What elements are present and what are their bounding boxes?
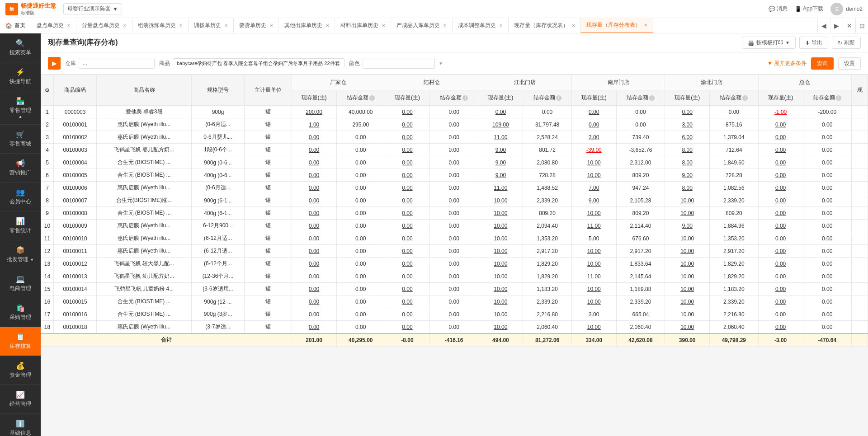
tab-nav-prev[interactable]: ◀ (817, 18, 830, 33)
sidebar-item-search[interactable]: 🔍 搜索英单 (0, 33, 41, 62)
summary-current (852, 333, 868, 347)
goods-input[interactable] (173, 58, 344, 68)
th-settings[interactable]: ⚙ (41, 75, 54, 106)
summary-yubei-amt: 49,798.29 (710, 333, 759, 347)
chevron-icon: ▼ (30, 258, 34, 262)
th-unit: 主计量单位 (245, 75, 292, 106)
sidebar-item-purchase[interactable]: 🛍️ 采购管理 (0, 298, 41, 327)
data-table: ⚙ 商品编码 商品名称 规格型号 主计量单位 厂家仓 陆村仓 江北门店 南岸门店… (41, 75, 868, 347)
tab-order[interactable]: 要货单历史 ✕ (234, 18, 279, 33)
th-changjiacao: 厂家仓 (292, 75, 385, 90)
sidebar-item-finance[interactable]: 💰 资金管理 (0, 356, 41, 385)
tab-material-out[interactable]: 材料出库单历史 ✕ (335, 18, 391, 33)
sidebar-item-quick-nav[interactable]: ⚡ 快捷导航 (0, 62, 41, 91)
filter-warehouse: 仓库 (65, 58, 155, 69)
filter-bar: ▶ 仓库 商品 颜色 ▼ ▼ 展开更多条件 查询 (41, 52, 868, 75)
expand-icon: ▲ (19, 114, 23, 119)
tab-close-stock-dist[interactable]: ✕ (644, 23, 647, 28)
expand-icon: ▼ (767, 60, 773, 66)
sidebar-item-retail-mgmt[interactable]: 🏪 零售管理 ▲ (0, 91, 41, 125)
content-area: 现存量查询(库存分布) 🖨️ 按模板打印 ▼ ⬇ 导出 ↻ 刷新 ▶ (41, 33, 868, 436)
sidebar-item-marketing[interactable]: 📢 营销推广 (0, 154, 41, 183)
tab-nav-close[interactable]: ✕ (843, 18, 855, 33)
th-jiangbei: 江北门店 (478, 75, 571, 90)
tab-nav-next[interactable]: ▶ (830, 18, 843, 33)
sidebar-item-base[interactable]: ℹ️ 基础信息 (0, 414, 41, 436)
main-layout: 🔍 搜索英单 ⚡ 快捷导航 🏪 零售管理 ▲ 🛒 零售商城 📢 营销推广 👥 会… (0, 33, 868, 436)
purchase-icon: 🛍️ (3, 304, 38, 312)
page-header: 现存量查询(库存分布) 🖨️ 按模板打印 ▼ ⬇ 导出 ↻ 刷新 (41, 33, 868, 52)
info-icon-6[interactable]: i (836, 95, 841, 101)
user-area[interactable]: E demo2 (830, 3, 863, 15)
tab-bundle[interactable]: 组装拆卸单历史 ✕ (132, 18, 189, 33)
summary-total-amt: -470.64 (803, 333, 852, 347)
table-row: 200100001惠氏启膜 (Wyeth illu...(0-6月适...罐1.… (41, 118, 868, 131)
table-row: 600100005合生元 (BIOSTIME) ...400g (0-6...罐… (41, 169, 868, 182)
tab-close-partial-stock[interactable]: ✕ (123, 23, 127, 28)
summary-jiangbei-qty: 494.00 (478, 333, 523, 347)
query-btn[interactable]: 查询 (811, 57, 834, 70)
th-nanan-amt: 结存金额i (616, 90, 665, 106)
th-lucun: 陆村仓 (385, 75, 478, 90)
summary-changjiacao-amt: 40,295.00 (336, 333, 385, 347)
tab-home[interactable]: 🏠 首页 (0, 18, 31, 33)
sidebar-item-inventory[interactable]: 📋 库存核算 (0, 327, 41, 356)
summary-jiangbei-amt: 81,272.06 (523, 333, 572, 347)
tab-adjust[interactable]: 调拨单历史 ✕ (189, 18, 234, 33)
tab-partial-stock[interactable]: 分量盘点单历史 ✕ (76, 18, 132, 33)
tab-cost-adjust[interactable]: 成本调整单历史 ✕ (453, 18, 509, 33)
tab-close-other-out[interactable]: ✕ (326, 23, 329, 28)
expand-conditions-btn[interactable]: ▼ 展开更多条件 (767, 60, 807, 67)
tab-stock-dist[interactable]: 现存量（库存分布表） ✕ (581, 18, 653, 33)
logo-icon: 畅 (5, 3, 18, 15)
table-row: 1400100013飞鹤星飞帆 幼儿配方奶...(12-36个月...罐0.00… (41, 270, 868, 283)
app-download-btn[interactable]: 📱 App下载 (795, 5, 823, 13)
info-icon-1[interactable]: i (369, 95, 375, 101)
info-icon-2[interactable]: i (462, 95, 468, 101)
tab-close-cost-adjust[interactable]: ✕ (499, 23, 503, 28)
sidebar-item-wholesale[interactable]: 📦 批发管理 ▼ (0, 240, 41, 269)
tab-close-bundle[interactable]: ✕ (179, 23, 183, 28)
tab-stock-record[interactable]: 盘点单历史 ✕ (31, 18, 76, 33)
info-icon-5[interactable]: i (742, 95, 748, 101)
sidebar-item-retail-shop[interactable]: 🛒 零售商城 (0, 125, 41, 154)
info-icon-3[interactable]: i (556, 95, 561, 101)
color-input[interactable] (363, 58, 435, 69)
settings-btn[interactable]: 设置 (838, 57, 861, 70)
tab-close-stock-record[interactable]: ✕ (67, 23, 71, 28)
tab-close-adjust[interactable]: ✕ (224, 23, 228, 28)
table-row: 700100006惠氏启膜 (Wyeth illu...(0-6月适...罐0.… (41, 182, 868, 194)
tab-product-in[interactable]: 产成品入库单历史 ✕ (391, 18, 453, 33)
filter-toggle-btn[interactable]: ▶ (48, 57, 61, 70)
table-container[interactable]: ⚙ 商品编码 商品名称 规格型号 主计量单位 厂家仓 陆村仓 江北门店 南岸门店… (41, 75, 868, 436)
marketing-icon: 📢 (3, 159, 38, 168)
th-total-amt: 结存金额i (803, 90, 852, 106)
sidebar-item-ops[interactable]: 📈 经营管理 (0, 385, 41, 414)
sidebar-item-member[interactable]: 👥 会员中心 (0, 183, 41, 211)
sidebar-item-ecom[interactable]: 💻 电商管理 (0, 269, 41, 298)
app-icon: 📱 (795, 6, 802, 12)
message-btn[interactable]: 💬 消息 (769, 5, 788, 13)
export-btn[interactable]: ⬇ 导出 (799, 37, 828, 49)
tab-close-product-in[interactable]: ✕ (443, 23, 447, 28)
table-row: 900100008合生元 (BIOSTIME) ...400g (6-1...罐… (41, 207, 868, 220)
message-icon: 💬 (769, 6, 775, 12)
print-btn[interactable]: 🖨️ 按模板打印 ▼ (742, 37, 796, 49)
refresh-btn[interactable]: ↻ 刷新 (832, 37, 861, 49)
sidebar-item-retail-stats[interactable]: 📊 零售统计 (0, 211, 41, 240)
settings-icon[interactable]: ⚙ (45, 87, 50, 94)
export-icon: ⬇ (805, 40, 810, 46)
tab-stock-status[interactable]: 现存量（库存状况表） ✕ (509, 18, 581, 33)
tab-close-material-out[interactable]: ✕ (382, 23, 385, 28)
info-icon-4[interactable]: i (649, 95, 655, 101)
dropdown-selector[interactable]: 母婴行业演示陈套 ▼ (63, 3, 122, 14)
table-row: 300100002惠氏启膜 (Wyeth illu...0-6月婴儿...罐0.… (41, 131, 868, 144)
search-icon: 🔍 (3, 39, 38, 47)
warehouse-input[interactable] (79, 58, 155, 69)
tab-nav-expand[interactable]: ⊡ (855, 18, 868, 33)
tab-close-order[interactable]: ✕ (269, 23, 273, 28)
tab-close-stock-status[interactable]: ✕ (571, 23, 575, 28)
home-icon: 🏠 (5, 23, 12, 29)
tab-other-out[interactable]: 其他出库单历史 ✕ (279, 18, 335, 33)
summary-total-qty: -3.00 (758, 333, 803, 347)
